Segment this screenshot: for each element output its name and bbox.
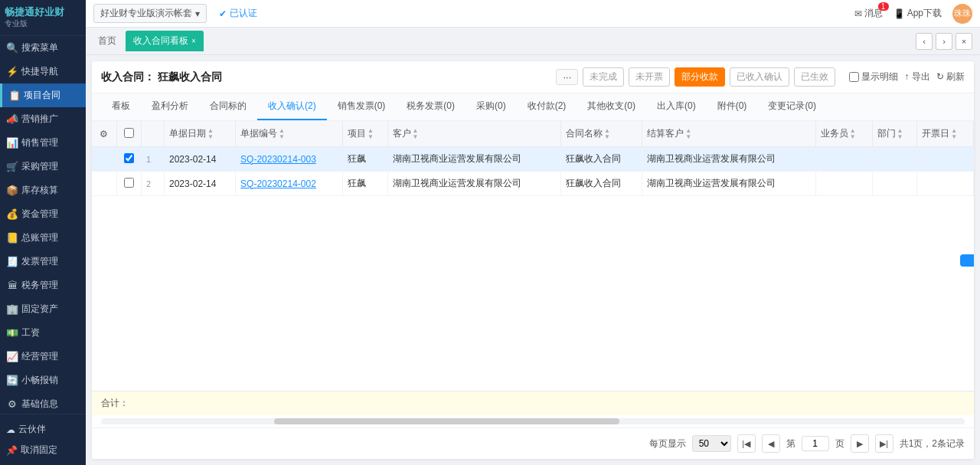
row-gear-cell[interactable]: [92, 172, 116, 196]
sidebar-item-项目合同[interactable]: 📋项目合同: [0, 84, 86, 107]
table-body: 1 2023-02-14 SQ-20230214-003 狂飙 湖南卫视商业运营…: [92, 147, 974, 196]
date-column-header[interactable]: 单据日期 ▲▼: [165, 121, 236, 147]
tab-attachment[interactable]: 附件(0): [707, 93, 758, 120]
tab-other-income[interactable]: 其他收支(0): [577, 93, 646, 120]
gear-column-header[interactable]: ⚙: [92, 121, 116, 147]
tab-revenue-confirm[interactable]: 收入确认(2): [257, 93, 327, 120]
sidebar-item-库存核算[interactable]: 📦库存核算: [0, 178, 86, 202]
open-date-column-header[interactable]: 开票日 ▲▼: [917, 121, 974, 147]
tab-prev-button[interactable]: ‹: [916, 33, 933, 50]
row-checkbox-cell[interactable]: [116, 172, 142, 196]
status-uninvoiced-button[interactable]: 未开票: [629, 67, 670, 87]
sidebar-item-资金管理[interactable]: 💰资金管理: [0, 202, 86, 226]
sidebar-logo: 畅捷通好业财 专业版: [0, 0, 86, 36]
customer-column-header[interactable]: 客户 ▲▼: [387, 121, 560, 147]
sidebar: 畅捷通好业财 专业版 🔍搜索菜单⚡快捷导航📋项目合同📣营销推广📊销售管理🛒采购管…: [0, 0, 86, 465]
row-gear-cell[interactable]: [92, 147, 116, 172]
sidebar-item-快捷导航[interactable]: ⚡快捷导航: [0, 60, 86, 84]
tab-tax-invoice[interactable]: 税务发票(0): [396, 93, 466, 120]
status-effective-button[interactable]: 已生效: [794, 67, 835, 87]
close-icon[interactable]: ×: [191, 37, 196, 45]
row-bill-no-cell[interactable]: SQ-20230214-003: [236, 147, 343, 172]
tab-kanban[interactable]: 看板: [101, 93, 141, 120]
row-result-customer-cell: 湖南卫视商业运营发展有限公司: [642, 172, 815, 196]
more-button[interactable]: ···: [556, 69, 578, 85]
verified-badge: ✔ 已认证: [219, 7, 257, 20]
chevron-down-icon: ▾: [195, 8, 200, 19]
checkbox-column-header[interactable]: [116, 121, 142, 147]
next-page-button[interactable]: ▶: [851, 434, 869, 453]
tab-sales-invoice[interactable]: 销售发票(0): [327, 93, 397, 120]
status-incomplete-button[interactable]: 未完成: [583, 67, 624, 87]
tab-contract-subject[interactable]: 合同标的: [199, 93, 257, 120]
user-action[interactable]: 珠珠: [952, 4, 972, 24]
sidebar-item-工资[interactable]: 💵工资: [0, 321, 86, 345]
tab-next-button[interactable]: ›: [936, 33, 952, 50]
status-partial-button[interactable]: 部分收款: [675, 67, 725, 87]
sidebar-item-发票管理[interactable]: 🧾发票管理: [0, 250, 86, 273]
sidebar-bottom: ☁ 云伙伴 📌 取消固定: [0, 414, 86, 465]
horizontal-scrollbar[interactable]: [101, 418, 965, 424]
breadcrumb-home[interactable]: 首页: [93, 31, 121, 51]
sidebar-item-销售管理[interactable]: 📊销售管理: [0, 131, 86, 155]
tab-changes[interactable]: 变更记录(0): [757, 93, 827, 120]
show-detail-checkbox[interactable]: 显示明细: [849, 70, 898, 84]
tab-purchase[interactable]: 采购(0): [466, 93, 517, 120]
show-detail-input[interactable]: [849, 72, 859, 82]
table-row[interactable]: 1 2023-02-14 SQ-20230214-003 狂飙 湖南卫视商业运营…: [92, 147, 974, 172]
sidebar-item-营销推广[interactable]: 📣营销推广: [0, 107, 86, 131]
page-input[interactable]: [802, 436, 829, 451]
tab-profit[interactable]: 盈利分析: [141, 93, 199, 120]
row-num-column-header: [142, 121, 165, 147]
sidebar-item-label: 总账管理: [21, 231, 58, 244]
table-container[interactable]: ⚙ 单据日期 ▲▼: [92, 121, 974, 391]
sidebar-item-税务管理[interactable]: 🏛税务管理: [0, 273, 86, 297]
sidebar-item-基础信息[interactable]: ⚙基础信息: [0, 392, 86, 414]
tab-close-button[interactable]: ×: [956, 33, 972, 50]
row-checkbox-cell[interactable]: [116, 147, 142, 172]
result-customer-column-header[interactable]: 结算客户 ▲▼: [642, 121, 815, 147]
prev-page-button[interactable]: ◀: [762, 434, 780, 453]
row-project-cell: 狂飙: [342, 147, 387, 172]
refresh-button[interactable]: ↻ 刷新: [936, 70, 965, 84]
tab-payment[interactable]: 收付款(2): [517, 93, 577, 120]
bill-no-column-header[interactable]: 单据编号 ▲▼: [236, 121, 343, 147]
sidebar-item-固定资产[interactable]: 🏢固定资产: [0, 297, 86, 321]
sidebar-icon: 📊: [6, 136, 18, 149]
sidebar-item-经营管理[interactable]: 📈经营管理: [0, 345, 86, 368]
sidebar-item-采购管理[interactable]: 🛒采购管理: [0, 155, 86, 178]
scrollbar-thumb[interactable]: [274, 418, 619, 424]
row-bill-no-cell[interactable]: SQ-20230214-002: [236, 172, 343, 196]
per-page-select[interactable]: 20 50 100: [692, 435, 731, 452]
message-action[interactable]: ✉ 1 消息: [854, 7, 883, 20]
company-selector[interactable]: 好业财专业版演示帐套 ▾: [93, 4, 207, 23]
sidebar-item-总账管理[interactable]: 📒总账管理: [0, 226, 86, 250]
sidebar-scroll: 🔍搜索菜单⚡快捷导航📋项目合同📣营销推广📊销售管理🛒采购管理📦库存核算💰资金管理…: [0, 36, 86, 414]
sidebar-item-小畅报销[interactable]: 🔄小畅报销: [0, 368, 86, 392]
contract-column-header[interactable]: 合同名称 ▲▼: [561, 121, 642, 147]
row-checkbox[interactable]: [124, 178, 134, 188]
row-department-cell: [872, 147, 917, 172]
export-button[interactable]: ↑ 导出: [904, 70, 929, 84]
last-page-button[interactable]: ▶|: [875, 434, 893, 453]
row-checkbox[interactable]: [124, 153, 134, 163]
sidebar-item-label: 工资: [21, 326, 40, 339]
row-result-customer-cell: 湖南卫视商业运营发展有限公司: [642, 147, 815, 172]
select-all-checkbox[interactable]: [124, 128, 134, 138]
app-download-action[interactable]: 📱 App下载: [893, 7, 942, 20]
department-column-header[interactable]: 部门 ▲▼: [872, 121, 917, 147]
first-page-button[interactable]: |◀: [737, 434, 756, 453]
right-sidebar-toggle[interactable]: 展开: [960, 254, 974, 267]
cloud-icon: ☁: [6, 424, 15, 435]
status-confirmed-button[interactable]: 已收入确认: [730, 67, 789, 87]
sidebar-item-label: 固定资产: [21, 303, 58, 316]
table-row[interactable]: 2 2023-02-14 SQ-20230214-002 狂飙 湖南卫视商业运营…: [92, 172, 974, 196]
sidebar-bottom-cloud[interactable]: ☁ 云伙伴: [6, 419, 80, 440]
sidebar-bottom-unpin[interactable]: 📌 取消固定: [6, 440, 80, 460]
tab-warehouse[interactable]: 出入库(0): [646, 93, 707, 120]
sidebar-item-搜索菜单[interactable]: 🔍搜索菜单: [0, 36, 86, 60]
project-column-header[interactable]: 项目 ▲▼: [342, 121, 387, 147]
tab-contracts[interactable]: 收入合同看板 ×: [126, 31, 204, 51]
salesperson-column-header[interactable]: 业务员 ▲▼: [815, 121, 872, 147]
logo-text: 畅捷通好业财: [5, 6, 81, 18]
